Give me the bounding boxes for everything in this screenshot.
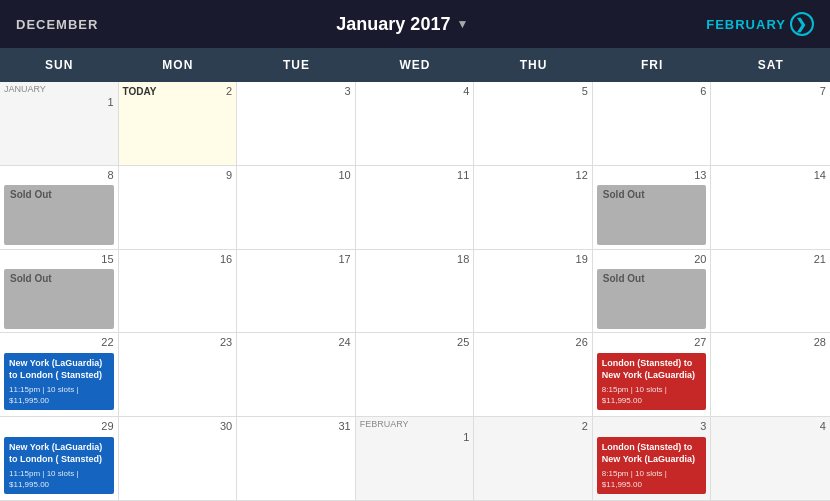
cell-date-number: 4 [715, 419, 826, 434]
table-row[interactable]: 28 [711, 333, 830, 417]
table-row[interactable]: 11 [356, 166, 475, 250]
cell-date-number: 3 [241, 84, 351, 99]
cell-date-number: 30 [123, 419, 233, 434]
flight-route: New York (LaGuardia) to London ( Stanste… [9, 441, 109, 466]
cell-date-number: 20 [597, 252, 707, 267]
cell-date-number: 21 [715, 252, 826, 267]
cell-date-number: 22 [4, 335, 114, 350]
cell-date-number: 19 [478, 252, 588, 267]
sold-out-block: Sold Out [4, 269, 114, 329]
flight-details: 11:15pm | 10 slots | $11,995.00 [9, 384, 109, 406]
flight-route: London (Stansted) to New York (LaGuardia… [602, 441, 702, 466]
cell-date-number: 28 [715, 335, 826, 350]
cell-date-number: 31 [241, 419, 351, 434]
table-row[interactable]: 26 [474, 333, 593, 417]
table-row[interactable]: 17 [237, 250, 356, 334]
cell-date-number: 13 [597, 168, 707, 183]
dropdown-arrow-icon: ▼ [456, 17, 468, 31]
table-row[interactable]: 7 [711, 82, 830, 166]
table-row[interactable]: 22 New York (LaGuardia) to London ( Stan… [0, 333, 119, 417]
flight-route: London (Stansted) to New York (LaGuardia… [602, 357, 702, 382]
table-row[interactable]: 23 [119, 333, 238, 417]
table-row[interactable]: 8 Sold Out [0, 166, 119, 250]
flight-details: 8:15pm | 10 slots | $11,995.00 [602, 384, 702, 406]
table-row[interactable]: 9 [119, 166, 238, 250]
cell-month-label: JANUARY [4, 84, 114, 94]
current-month-title[interactable]: January 2017 ▼ [336, 14, 468, 35]
table-row[interactable]: FEBRUARY 1 [356, 417, 475, 501]
table-row[interactable]: 3 [237, 82, 356, 166]
flight-details: 8:15pm | 10 slots | $11,995.00 [602, 468, 702, 490]
cell-date-number: 6 [597, 84, 707, 99]
table-row[interactable]: 4 [711, 417, 830, 501]
day-header-sat: SAT [711, 48, 830, 82]
cell-date-number: 15 [4, 252, 114, 267]
cell-month-label: FEBRUARY [360, 419, 470, 429]
cell-date-number: 7 [715, 84, 826, 99]
cell-date-number: 11 [360, 168, 470, 183]
cell-date-number: 29 [4, 419, 114, 434]
table-row[interactable]: 14 [711, 166, 830, 250]
cell-date-number: 2 [478, 419, 588, 434]
flight-route: New York (LaGuardia) to London ( Stanste… [9, 357, 109, 382]
flight-details: 11:15pm | 10 slots | $11,995.00 [9, 468, 109, 490]
cell-date-number: 5 [478, 84, 588, 99]
cell-date-number: 14 [715, 168, 826, 183]
next-month-button[interactable]: FEBRUARY ❯ [706, 12, 814, 36]
table-row[interactable]: 31 [237, 417, 356, 501]
day-header-thu: THU [474, 48, 593, 82]
prev-month-button[interactable]: DECEMBER [16, 17, 98, 32]
cell-date-number: 24 [241, 335, 351, 350]
day-header-tue: TUE [237, 48, 356, 82]
cell-date-number: 9 [123, 168, 233, 183]
day-header-mon: MON [119, 48, 238, 82]
month-year-label: January 2017 [336, 14, 450, 35]
table-row[interactable]: 6 [593, 82, 712, 166]
next-arrow-icon: ❯ [790, 12, 814, 36]
cell-date-number: 2 [226, 84, 232, 99]
table-row[interactable]: TODAY 2 [119, 82, 238, 166]
cell-date-number: 1 [4, 95, 114, 110]
flight-block-inbound[interactable]: London (Stansted) to New York (LaGuardia… [597, 437, 707, 495]
table-row[interactable]: 19 [474, 250, 593, 334]
sold-out-block: Sold Out [597, 185, 707, 245]
flight-block-outbound[interactable]: New York (LaGuardia) to London ( Stanste… [4, 353, 114, 411]
table-row[interactable]: 24 [237, 333, 356, 417]
calendar-header: DECEMBER January 2017 ▼ FEBRUARY ❯ [0, 0, 830, 48]
calendar-grid: JANUARY 1 TODAY 2 3 4 5 6 7 8 Sold Out [0, 82, 830, 501]
day-headers-row: SUN MON TUE WED THU FRI SAT [0, 48, 830, 82]
flight-block-inbound[interactable]: London (Stansted) to New York (LaGuardia… [597, 353, 707, 411]
cell-date-number: 16 [123, 252, 233, 267]
calendar-container: DECEMBER January 2017 ▼ FEBRUARY ❯ SUN M… [0, 0, 830, 501]
table-row[interactable]: 18 [356, 250, 475, 334]
table-row[interactable]: 27 London (Stansted) to New York (LaGuar… [593, 333, 712, 417]
sold-out-block: Sold Out [597, 269, 707, 329]
cell-date-number: 26 [478, 335, 588, 350]
cell-date-number: 17 [241, 252, 351, 267]
table-row[interactable]: 16 [119, 250, 238, 334]
table-row[interactable]: 25 [356, 333, 475, 417]
table-row[interactable]: 15 Sold Out [0, 250, 119, 334]
table-row[interactable]: 3 London (Stansted) to New York (LaGuard… [593, 417, 712, 501]
table-row[interactable]: 4 [356, 82, 475, 166]
cell-date-number: 3 [597, 419, 707, 434]
cell-date-number: 8 [4, 168, 114, 183]
table-row[interactable]: 30 [119, 417, 238, 501]
flight-block-outbound[interactable]: New York (LaGuardia) to London ( Stanste… [4, 437, 114, 495]
table-row[interactable]: 29 New York (LaGuardia) to London ( Stan… [0, 417, 119, 501]
table-row[interactable]: 10 [237, 166, 356, 250]
cell-date-number: 27 [597, 335, 707, 350]
sold-out-block: Sold Out [4, 185, 114, 245]
today-label: TODAY [123, 86, 157, 97]
cell-date-number: 18 [360, 252, 470, 267]
table-row[interactable]: 13 Sold Out [593, 166, 712, 250]
table-row[interactable]: JANUARY 1 [0, 82, 119, 166]
table-row[interactable]: 5 [474, 82, 593, 166]
cell-date-number: 25 [360, 335, 470, 350]
table-row[interactable]: 12 [474, 166, 593, 250]
table-row[interactable]: 2 [474, 417, 593, 501]
cell-date-number: 10 [241, 168, 351, 183]
table-row[interactable]: 21 [711, 250, 830, 334]
table-row[interactable]: 20 Sold Out [593, 250, 712, 334]
next-month-label: FEBRUARY [706, 17, 786, 32]
